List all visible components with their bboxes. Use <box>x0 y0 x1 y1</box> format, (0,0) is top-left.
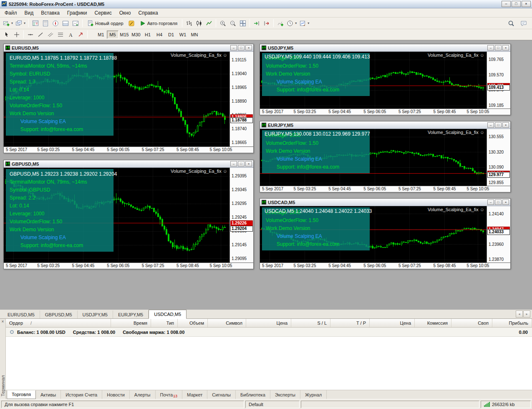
timeframe-h1-button[interactable]: H1 <box>142 30 154 39</box>
chat-button[interactable] <box>519 18 529 28</box>
profiles-dropdown-arrow[interactable]: ▾ <box>24 21 25 25</box>
text-button[interactable]: A <box>66 30 76 40</box>
tile-windows-button[interactable] <box>238 18 248 28</box>
orders-column-3[interactable]: Объем <box>178 319 208 327</box>
terminal-tab-9[interactable]: Эксперты <box>270 390 300 399</box>
chart-minimize-button[interactable]: – <box>230 161 237 167</box>
new-chart-button[interactable]: ▾ <box>2 18 14 28</box>
metaeditor-button[interactable] <box>126 18 136 28</box>
indicator-smiley-icon[interactable]: ☺ <box>223 169 227 174</box>
chart-shift-button[interactable] <box>262 18 272 28</box>
time-scale[interactable]: 5 Sep 20175 Sep 03:255 Sep 04:455 Sep 06… <box>260 263 510 269</box>
menu-item-1[interactable]: Вид <box>21 9 38 17</box>
chart-restore-button[interactable]: □ <box>238 161 245 167</box>
chart-minimize-button[interactable]: – <box>487 45 494 50</box>
timeframe-m15-button[interactable]: M15 <box>119 30 130 39</box>
zoom-out-button[interactable] <box>228 18 238 28</box>
terminal-tab-4[interactable]: Алерты <box>130 390 156 399</box>
time-scale[interactable]: 5 Sep 20175 Sep 03:255 Sep 04:455 Sep 06… <box>260 186 510 192</box>
orders-column-1[interactable]: Время <box>111 319 151 327</box>
chart-restore-button[interactable]: □ <box>495 122 502 128</box>
new-order-button[interactable]: Новый ордер <box>84 18 126 28</box>
arrows-button[interactable] <box>76 30 86 40</box>
timeframe-h4-button[interactable]: H4 <box>154 30 165 39</box>
autotrade-button[interactable]: Авто-торговля <box>136 18 181 28</box>
price-scale[interactable]: 1.293951.293451.292951.292451.291951.291… <box>229 168 253 263</box>
indicator-smiley-icon[interactable]: ☺ <box>480 130 484 135</box>
strategy-tester-button[interactable] <box>71 18 81 28</box>
cursor-button[interactable] <box>2 30 12 40</box>
timeframe-m5-button[interactable]: M5 <box>107 30 119 39</box>
terminal-tab-2[interactable]: История Счета <box>61 390 102 399</box>
menu-item-3[interactable]: Графики <box>63 9 91 17</box>
chart-close-button[interactable]: × <box>245 45 252 50</box>
orders-column-10[interactable]: Своп <box>451 319 492 327</box>
maximize-button[interactable]: □ <box>512 1 521 7</box>
chart-close-button[interactable]: × <box>502 122 509 128</box>
time-scale[interactable]: 5 Sep 20175 Sep 03:255 Sep 04:455 Sep 06… <box>260 109 510 115</box>
chart-plot-area[interactable]: Leverage: 1000VolumeOrderFlow: 1.50Work … <box>260 129 487 186</box>
new-chart-dropdown-arrow[interactable]: ▾ <box>11 21 13 25</box>
chart-close-button[interactable]: × <box>502 45 509 50</box>
chart-minimize-button[interactable]: – <box>487 199 494 205</box>
navigator-button[interactable] <box>50 18 61 28</box>
add-indicator-button[interactable] <box>275 18 285 28</box>
indicator-smiley-icon[interactable]: ☺ <box>480 207 484 212</box>
terminal-tab-6[interactable]: Маркет <box>182 390 207 399</box>
status-profile[interactable]: Default <box>245 401 300 408</box>
minimize-button[interactable]: – <box>502 1 511 7</box>
menu-item-4[interactable]: Сервис <box>91 9 116 17</box>
chart-window-titlebar[interactable]: USDJPY,M5 – □ × <box>260 44 510 52</box>
chart-window-titlebar[interactable]: EURJPY,M5 – □ × <box>260 121 510 129</box>
chart-close-button[interactable]: × <box>502 199 509 205</box>
chart-plot-area[interactable]: Leverage: 1000VolumeOrderFlow: 1.50Work … <box>260 206 487 263</box>
timeframe-mn-button[interactable]: MN <box>189 30 200 39</box>
terminal-tab-0[interactable]: Торговля <box>7 390 36 399</box>
indicator-smiley-icon[interactable]: ☺ <box>480 53 484 58</box>
data-window-button[interactable] <box>40 18 50 28</box>
terminal-tab-3[interactable]: Новости <box>102 390 130 399</box>
periods-button[interactable]: ▾ <box>285 18 298 28</box>
time-scale[interactable]: 5 Sep 20175 Sep 03:255 Sep 04:455 Sep 06… <box>4 146 253 153</box>
chart-restore-button[interactable]: □ <box>495 45 502 50</box>
chart-restore-button[interactable]: □ <box>238 45 245 50</box>
trendline-button[interactable] <box>35 30 45 40</box>
price-scale[interactable]: 130.555130.320130.090129.855129.994129.9… <box>487 129 510 186</box>
chart-tab-gbpusd[interactable]: GBPUSD,M5 <box>40 311 78 318</box>
orders-column-0[interactable]: Ордер/ <box>6 319 111 327</box>
horizontal-line-button[interactable] <box>25 30 35 40</box>
orders-column-11[interactable]: Прибыль <box>492 319 532 327</box>
chart-tabs-scroll-left-button[interactable]: ◂ <box>516 311 523 318</box>
time-scale[interactable]: 5 Sep 20175 Sep 03:255 Sep 04:455 Sep 06… <box>4 263 253 269</box>
terminal-button[interactable] <box>61 18 71 28</box>
terminal-tab-8[interactable]: Библиотека <box>236 390 270 399</box>
terminal-tab-5[interactable]: Почта13 <box>156 390 183 399</box>
orders-column-2[interactable]: Тип <box>151 319 178 327</box>
chart-minimize-button[interactable]: – <box>230 45 237 50</box>
chart-window-titlebar[interactable]: EURUSD,M5 – □ × <box>4 44 253 52</box>
timeframe-w1-button[interactable]: W1 <box>177 30 189 39</box>
profiles-button[interactable]: ▾ <box>14 18 27 28</box>
orders-column-9[interactable]: Комиссия <box>415 319 451 327</box>
chart-tab-eurjpy[interactable]: EURJPY,M5 <box>113 311 149 318</box>
menu-item-2[interactable]: Вставка <box>37 9 63 17</box>
templates-dropdown-arrow[interactable]: ▾ <box>308 21 309 25</box>
orders-column-5[interactable]: Цена <box>246 319 291 327</box>
fibonacci-button[interactable] <box>55 30 66 40</box>
orders-column-7[interactable]: T / P <box>330 319 370 327</box>
chart-plot-area[interactable]: EURUSD,M5 1.18785 1.18792 1.18772 1.1878… <box>4 52 229 146</box>
indicator-smiley-icon[interactable]: ☺ <box>223 53 227 58</box>
candlestick-chart-button[interactable] <box>194 18 204 28</box>
periods-dropdown-arrow[interactable]: ▾ <box>295 21 297 25</box>
chart-tab-eurusd[interactable]: EURUSD,M5 <box>3 311 40 318</box>
search-button[interactable] <box>506 18 516 28</box>
chart-plot-area[interactable]: Leverage: 1000VolumeOrderFlow: 1.50Work … <box>260 52 487 109</box>
bar-chart-button[interactable] <box>184 18 194 28</box>
terminal-tab-1[interactable]: Активы <box>36 390 61 399</box>
terminal-close-icon[interactable]: × <box>2 320 4 324</box>
line-chart-button[interactable] <box>204 18 214 28</box>
terminal-tab-7[interactable]: Сигналы <box>207 390 236 399</box>
timeframe-m1-button[interactable]: M1 <box>95 30 107 39</box>
chart-close-button[interactable]: × <box>245 161 252 167</box>
equidistant-channel-button[interactable] <box>45 30 55 40</box>
